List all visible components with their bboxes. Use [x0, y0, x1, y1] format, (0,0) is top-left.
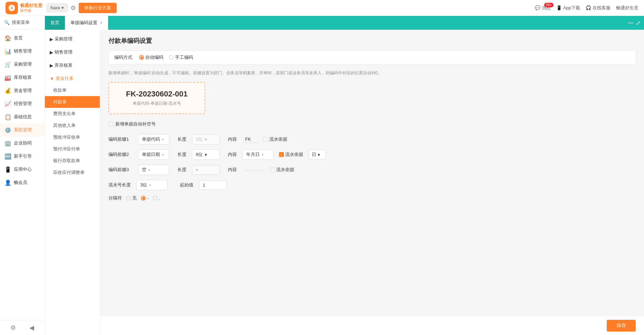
settings-icon[interactable]: ⚙ [70, 4, 76, 12]
prefix1-value: 单据代码 [142, 136, 160, 142]
radio-auto[interactable]: 自动编码 [139, 54, 163, 61]
serial-length-select[interactable]: 3位 ▾ [136, 180, 167, 190]
logo-line2: 插件版 [20, 8, 42, 13]
sidebar-search[interactable]: 🔍 搜索菜单 [0, 16, 45, 29]
serial1-checkbox[interactable] [263, 137, 268, 142]
trial-button[interactable]: 体验行业方案 [79, 3, 117, 13]
serial-number-row: 流水号长度 3位 ▾ 起始值 [108, 180, 636, 190]
length1-select[interactable]: 2位 ▾ [192, 134, 220, 145]
nav-dropdown[interactable]: Nare ▾ [47, 3, 68, 12]
sidebar-item-sales[interactable]: 📊 销售管理 [0, 45, 45, 58]
sub-menu-purchase[interactable]: ▶ 采购管理 [45, 33, 100, 45]
serial2-checkbox[interactable] [279, 152, 284, 157]
sub-menu-item-adjust[interactable]: 应收应付调整单 [45, 167, 100, 178]
sidebar-item-system[interactable]: ⚙️ 系统管理 [0, 123, 45, 137]
chevron-down-icon: ▾ [61, 5, 64, 10]
messages-badge: 99+ [544, 3, 554, 7]
sub-menu-item-expense[interactable]: 费用支出单 [45, 108, 100, 120]
radio-manual[interactable]: 手工编码 [169, 54, 193, 61]
sub-menu-group-inventory: ▶ 库存核算 [45, 59, 100, 71]
sub-menu-item-other-income[interactable]: 其他收入单 [45, 120, 100, 131]
prefix1-arrow: ▾ [162, 138, 164, 141]
length2-select[interactable]: 8位 ▾ [192, 149, 220, 160]
sidebar-item-basic[interactable]: 📋 基础信息 [0, 110, 45, 123]
tab-close-icon[interactable]: × [100, 20, 103, 25]
length3-select[interactable]: ▾ [192, 165, 220, 175]
arrow-right-icon: ▶ [50, 37, 53, 42]
content2-select[interactable]: 年月日 ▾ [242, 149, 273, 160]
sidebar-settings-icon[interactable]: ⚙ [10, 324, 16, 332]
system-icon: ⚙️ [5, 127, 11, 133]
sub-menu-sales[interactable]: ▶ 销售管理 [45, 46, 100, 58]
main-content: 付款单编码设置 编码方式 自动编码 手 [100, 30, 644, 316]
inventory-icon: 🏭 [5, 74, 11, 81]
sidebar-item-operation[interactable]: 📈 经营管理 [0, 97, 45, 110]
sidebar-item-member[interactable]: 👤 畅会员 [0, 176, 45, 189]
sidebar-item-purchase[interactable]: 🛒 采购管理 [0, 58, 45, 71]
sub-menu-group-finance: ▼ 资金往来 收款单 付款单 费用支出单 其他收入单 [45, 73, 100, 178]
serial-length-value: 3位 [140, 182, 147, 188]
prefix1-select[interactable]: 单据代码 ▾ [138, 134, 169, 145]
serial1-checkbox-item: 流水依据 [263, 136, 287, 142]
guide-icon: 🆕 [5, 153, 11, 159]
prefix2-value: 单据日期 [142, 151, 160, 158]
auto-fill-label: 新增单据自动补空号 [115, 121, 156, 127]
sub-menu-inventory[interactable]: ▶ 库存核算 [45, 59, 100, 71]
arrow-down-icon: ▼ [50, 76, 54, 81]
nav-dropdown-label: Nare [50, 5, 60, 10]
download-icon: 📱 [556, 5, 562, 10]
sub-menu-item-receipt[interactable]: 收款单 [45, 84, 100, 96]
serial3-checkbox-item: 流水依据 [270, 167, 294, 173]
sidebar-item-label: 畅会员 [14, 179, 27, 186]
sep-dash-radio[interactable]: - [141, 196, 148, 201]
home-icon: 🏠 [5, 35, 11, 41]
separator-row: 分隔符 无 - [108, 195, 636, 201]
sub-menu-purchase-label: 采购管理 [55, 36, 73, 42]
sep-none-dot [126, 196, 131, 201]
prefix3-select[interactable]: 空 ▾ [138, 165, 169, 175]
sub-menu-item-payment[interactable]: 付款单 [45, 96, 100, 108]
online-service-action[interactable]: 🎧 在线客服 [586, 5, 611, 11]
sidebar-item-label: 新手引导 [14, 153, 32, 159]
sidebar-item-enterprise[interactable]: 🏢 企业协同 [0, 137, 45, 150]
sep-dot-label: . [159, 196, 160, 201]
sep-dot-radio[interactable]: . [153, 196, 160, 201]
messages-action[interactable]: 💬 消息 99+ [535, 5, 551, 11]
sub-menu-item-advance-payment[interactable]: 预付冲应付单 [45, 143, 100, 155]
prefix2-select[interactable]: 单据日期 ▾ [138, 149, 169, 160]
app-download-action[interactable]: 📱 App下载 [556, 5, 580, 11]
sidebar-collapse-icon[interactable]: ◀ [29, 324, 34, 332]
tab-expand-icon[interactable]: ⤢ [636, 20, 641, 26]
sep-none-radio[interactable]: 无 [126, 195, 137, 201]
sidebar-item-guide[interactable]: 🆕 新手引导 [0, 150, 45, 163]
sep-dot-dot [153, 196, 157, 201]
sidebar-item-app[interactable]: 📱 应用中心 [0, 163, 45, 176]
serial3-checkbox[interactable] [270, 167, 275, 172]
start-value-input[interactable] [199, 180, 227, 190]
service-icon: 🎧 [586, 5, 591, 10]
bottom-bar: 保存 [100, 316, 644, 335]
sidebar-item-inventory[interactable]: 🏭 库存核算 [0, 71, 45, 84]
save-button[interactable]: 保存 [607, 320, 636, 332]
sub-menu-finance[interactable]: ▼ 资金往来 [45, 73, 100, 84]
tab-encoding-settings[interactable]: 单据编码设置 × [65, 16, 108, 30]
operation-icon: 📈 [5, 101, 11, 107]
sidebar-item-home[interactable]: 🏠 首页 [0, 31, 45, 45]
sub-menu-item-advance-receipt[interactable]: 预收冲应收单 [45, 131, 100, 143]
app-download-label: App下载 [563, 5, 580, 11]
page-title: 付款单编码设置 [108, 37, 636, 45]
serial2-period-select[interactable]: 日 ▾ [309, 150, 326, 159]
auto-fill-checkbox[interactable] [108, 122, 113, 127]
search-icon: 🔍 [4, 20, 10, 25]
content-area: 首页 单据编码设置 × — ⤢ ▶ 采购管理 [45, 16, 644, 335]
prefix2-arrow: ▾ [162, 153, 164, 157]
tab-home[interactable]: 首页 [45, 16, 65, 30]
logo: 畅通好生意 插件版 [6, 2, 42, 14]
prefix1-row: 编码前缀1 单据代码 ▾ 长度 2位 ▾ 内容 [108, 134, 636, 145]
sub-menu-item-bank-deposit[interactable]: 银行存取款单 [45, 155, 100, 167]
sidebar-item-label: 库存核算 [14, 74, 32, 81]
info-text: 新增单据时，'单据编码'自动生成，不可编辑。前缀设置为部门、业务员等档案类，开单… [108, 70, 636, 76]
sidebar-item-finance[interactable]: 💰 资金管理 [0, 84, 45, 97]
content3-value [244, 169, 265, 171]
tab-collapse-icon[interactable]: — [628, 20, 633, 26]
